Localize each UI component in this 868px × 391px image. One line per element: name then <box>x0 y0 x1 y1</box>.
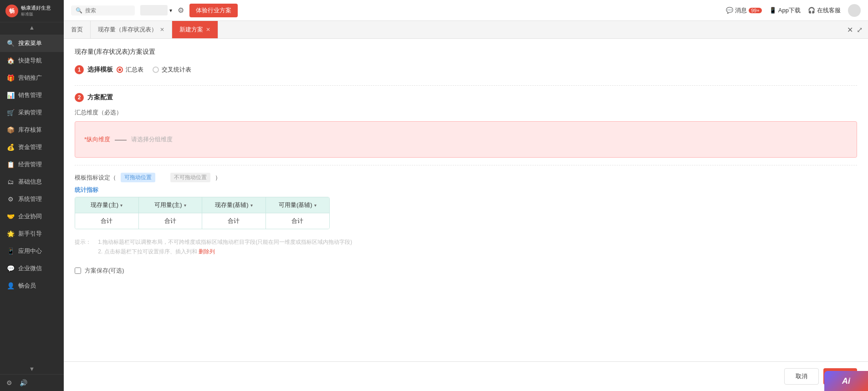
tab-close-panel-icon[interactable]: ✕ <box>845 26 855 34</box>
tab-home-label: 首页 <box>71 26 83 34</box>
footer-audio-icon[interactable]: 🔊 <box>20 379 27 386</box>
sidebar-item-label: 采购管理 <box>18 108 42 117</box>
tab-new-plan-close-icon[interactable]: ✕ <box>206 26 210 33</box>
message-icon: 💬 <box>726 7 733 14</box>
sidebar-item-purchase[interactable]: 🛒 采购管理 <box>0 104 64 121</box>
folder-icon: 🗂 <box>6 178 15 186</box>
chevron-down-icon: ▾ <box>169 7 172 14</box>
topbar-search-box: 🔍 <box>71 5 135 15</box>
sidebar-item-marketing[interactable]: 🎁 营销推广 <box>0 69 64 87</box>
draggable-tag: 可拖动位置 <box>121 173 155 182</box>
logo-icon: 畅 <box>5 5 18 17</box>
mobile-icon: 📱 <box>6 247 15 255</box>
stats-col3-header[interactable]: 现存量(基辅) ▾ <box>202 197 266 213</box>
indicators-config: 模板指标设定（ 可拖动位置 不可拖动位置 ） 统计指标 <box>75 173 857 229</box>
tabbar: 首页 现存量（库存状况表） ✕ 新建方案 ✕ ✕ ⤢ <box>64 21 868 39</box>
stats-col4-label: 可用量(基辅) <box>279 201 312 209</box>
non-draggable-tag-text: 不可拖动位置 <box>174 174 207 181</box>
ai-badge[interactable]: Ai <box>824 371 868 391</box>
step2-section: 2 方案配置 汇总维度（必选） *纵向维度 —— 请选择分组维度 模 <box>75 93 857 256</box>
tip1: 提示： 1.拖动标题栏可以调整布局，不可跨维度或指标区域拖动栏目字段(只能在同一… <box>75 238 857 246</box>
sidebar-item-inventory[interactable]: 📦 库存核算 <box>0 121 64 139</box>
sidebar-item-apps[interactable]: 📱 应用中心 <box>0 242 64 260</box>
step1-title: 选择模板 <box>87 66 113 74</box>
topbar-search-icon: 🔍 <box>76 7 82 14</box>
step1-header: 1 选择模板 汇总表 交叉统计表 <box>75 65 857 74</box>
scroll-up-arrow[interactable]: ▲ <box>0 22 64 33</box>
messages-btn[interactable]: 💬 消息 99+ <box>726 6 762 15</box>
tips-section: 提示： 1.拖动标题栏可以调整布局，不可跨维度或指标区域拖动栏目字段(只能在同一… <box>75 238 857 256</box>
stats-col2-header[interactable]: 可用量(主) ▾ <box>139 197 203 213</box>
topbar-module-dropdown[interactable]: ▾ <box>140 5 172 15</box>
user-avatar[interactable] <box>848 4 861 17</box>
stats-col1-cell: 合计 <box>75 213 139 229</box>
tab-expand-icon[interactable]: ⤢ <box>855 26 864 34</box>
tab-inventory-close-icon[interactable]: ✕ <box>160 26 164 33</box>
app-download-btn[interactable]: 📱 App下载 <box>769 6 801 15</box>
sidebar-item-label: 畅会员 <box>18 282 36 290</box>
non-draggable-tag: 不可拖动位置 <box>170 173 210 182</box>
content-area: 现存量(库存状况表)方案设置 1 选择模板 汇总表 交叉统计表 <box>64 39 868 361</box>
tab-home[interactable]: 首页 <box>64 21 91 38</box>
topbar-search-input[interactable] <box>85 7 126 14</box>
tip2-link[interactable]: 删除列 <box>199 248 215 255</box>
step2-header: 2 方案配置 <box>75 93 857 102</box>
online-service-label: 在线客服 <box>817 6 841 15</box>
sidebar-item-member[interactable]: 👤 畅会员 <box>0 277 64 294</box>
topbar-gear-icon[interactable]: ⚙ <box>178 6 184 15</box>
sidebar-item-basic[interactable]: 🗂 基础信息 <box>0 173 64 190</box>
radio-summary-circle <box>117 67 123 73</box>
stats-col1-header[interactable]: 现存量(主) ▾ <box>75 197 139 213</box>
sidebar-item-wechat[interactable]: 💬 企业微信 <box>0 260 64 277</box>
gift-icon: 🎁 <box>6 74 15 82</box>
radio-cross-circle <box>153 67 159 73</box>
radio-summary[interactable]: 汇总表 <box>117 66 143 74</box>
sidebar-item-sales[interactable]: 📊 销售管理 <box>0 87 64 104</box>
sidebar-item-system[interactable]: ⚙ 系统管理 <box>0 190 64 208</box>
cart-icon: 🛒 <box>6 108 15 117</box>
gear-icon: ⚙ <box>6 195 15 203</box>
cancel-button[interactable]: 取消 <box>784 368 819 385</box>
save-label: 方案保存(可选) <box>85 267 124 275</box>
tip1-text: 1.拖动标题栏可以调整布局，不可跨维度或指标区域拖动栏目字段(只能在同一维度或指… <box>98 239 352 245</box>
sidebar-item-label: 资金管理 <box>18 143 42 151</box>
sidebar-item-operations[interactable]: 📋 经营管理 <box>0 156 64 173</box>
stats-table: 现存量(主) ▾ 可用量(主) ▾ 现存量(基辅) ▾ <box>75 197 330 229</box>
page-title: 现存量(库存状况表)方案设置 <box>75 48 857 56</box>
main-area: 🔍 ▾ ⚙ 体验行业方案 💬 消息 99+ 📱 App下载 🎧 在 <box>64 0 868 391</box>
warning-dash: —— <box>115 136 127 143</box>
stats-table-header: 现存量(主) ▾ 可用量(主) ▾ 现存量(基辅) ▾ <box>75 197 329 213</box>
stats-col3-cell: 合计 <box>202 213 266 229</box>
radio-summary-label: 汇总表 <box>126 66 143 74</box>
sidebar-item-search[interactable]: 🔍 搜索菜单 <box>0 35 64 52</box>
sidebar-item-label: 快捷导航 <box>18 57 42 65</box>
indicators-label: 模板指标设定（ 可拖动位置 不可拖动位置 ） <box>75 173 857 182</box>
scroll-down-arrow[interactable]: ▼ <box>0 364 64 374</box>
experience-btn[interactable]: 体验行业方案 <box>189 4 238 17</box>
step2-number: 2 <box>75 93 84 102</box>
sidebar-item-quick-nav[interactable]: 🏠 快捷导航 <box>0 52 64 69</box>
sidebar-item-label: 新手引导 <box>18 230 42 238</box>
topbar-left: 🔍 ▾ ⚙ 体验行业方案 <box>71 4 238 17</box>
app-name: 畅康通好生意 <box>21 5 51 11</box>
sidebar-item-label: 搜索菜单 <box>18 39 42 47</box>
tips-prefix: 提示： <box>75 239 97 245</box>
star-icon: 🌟 <box>6 230 15 238</box>
stats-col2-chevron: ▾ <box>184 203 186 208</box>
sidebar-item-enterprise[interactable]: 🤝 企业协同 <box>0 208 64 225</box>
footer-settings-icon[interactable]: ⚙ <box>6 379 12 386</box>
sidebar-item-finance[interactable]: 💰 资金管理 <box>0 139 64 156</box>
stats-col4-header[interactable]: 可用量(基辅) ▾ <box>266 197 330 213</box>
tab-inventory-status[interactable]: 现存量（库存状况表） ✕ <box>91 21 172 38</box>
stats-col3-chevron: ▾ <box>250 203 253 208</box>
clipboard-icon: 📋 <box>6 160 15 169</box>
online-service-btn[interactable]: 🎧 在线客服 <box>808 6 841 15</box>
indicators-label-text: 模板指标设定（ <box>75 174 116 182</box>
save-checkbox[interactable] <box>75 268 81 274</box>
tab-new-plan[interactable]: 新建方案 ✕ <box>172 21 218 38</box>
sidebar-item-newbie[interactable]: 🌟 新手引导 <box>0 225 64 242</box>
sidebar-item-label: 经营管理 <box>18 160 42 169</box>
stats-col2-cell: 合计 <box>139 213 203 229</box>
radio-cross[interactable]: 交叉统计表 <box>153 66 191 74</box>
app-logo: 畅 畅康通好生意 标准版 <box>0 0 64 22</box>
